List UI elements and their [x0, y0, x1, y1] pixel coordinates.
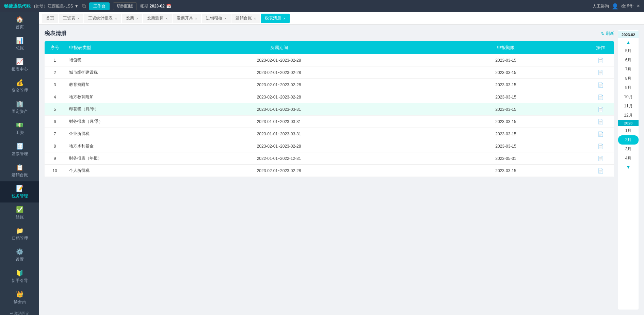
- cell-period: 2023-02-01~2023-02-28: [133, 66, 425, 79]
- invoice-icon: 🧾: [16, 142, 23, 150]
- sidebar-item-purchase[interactable]: 📋 进销台账: [0, 160, 39, 181]
- cell-period: 2023-02-01~2023-02-28: [133, 54, 425, 66]
- month-4[interactable]: 4月: [618, 154, 639, 163]
- sidebar-item-checkout[interactable]: ✅ 结账: [0, 202, 39, 224]
- cell-action[interactable]: 📄: [587, 66, 614, 79]
- cell-action[interactable]: 📄: [587, 128, 614, 140]
- sidebar-label-salary: 工资: [16, 130, 24, 136]
- sidebar-item-salary[interactable]: 💵 工资: [0, 118, 39, 139]
- workbench-button[interactable]: 工作台: [89, 2, 110, 10]
- user-avatar-icon: 👤: [612, 3, 618, 10]
- unpin-button[interactable]: ↩ 取消固定: [0, 308, 39, 315]
- cell-type: 个人所得税: [65, 165, 133, 177]
- cell-no: 1: [45, 54, 65, 66]
- month-8[interactable]: 8月: [618, 74, 639, 83]
- tab-invoice-calc[interactable]: 发票测算 ×: [143, 14, 172, 23]
- month-9[interactable]: 9月: [618, 83, 639, 92]
- sidebar-item-report[interactable]: 📈 报表中心: [0, 55, 39, 76]
- tab-home[interactable]: 首页: [42, 14, 58, 23]
- sidebar-item-invoice[interactable]: 🧾 发票管理: [0, 139, 39, 160]
- sidebar-label-assets: 固定资产: [12, 109, 28, 115]
- cell-type: 增值税: [65, 54, 133, 66]
- table-row: 7 企业所得税 2023-01-01~2023-03-31 2023-03-15…: [45, 128, 614, 140]
- month-1[interactable]: 1月: [618, 126, 639, 135]
- sidebar-item-member[interactable]: 👑 畅会员: [0, 287, 39, 308]
- report-icon: 📈: [16, 58, 23, 65]
- date-panel-down-button[interactable]: ▼: [618, 163, 639, 171]
- cell-deadline: 2023-03-15: [425, 165, 587, 177]
- tab-invoice-close[interactable]: ×: [136, 16, 138, 20]
- month-7[interactable]: 7月: [618, 65, 639, 74]
- sidebar-item-ledger[interactable]: 📊 总账: [0, 33, 39, 55]
- tab-salary-stat-close[interactable]: ×: [115, 16, 117, 20]
- tab-purchase-audit-close[interactable]: ×: [224, 16, 226, 20]
- cell-period: 2023-02-01~2023-02-28: [133, 165, 425, 177]
- cell-action[interactable]: 📄: [587, 54, 614, 66]
- sidebar-item-tax[interactable]: 📝 税务管理: [0, 181, 39, 202]
- tab-salary-stat[interactable]: 工资统计报表 ×: [84, 14, 121, 23]
- cell-action[interactable]: 📄: [587, 103, 614, 116]
- tab-invoice-open-close[interactable]: ×: [195, 16, 197, 20]
- cell-deadline: 2023-05-31: [425, 152, 587, 165]
- action-icon[interactable]: 📄: [598, 144, 603, 149]
- salary-icon: 💵: [16, 121, 23, 129]
- tab-tax-register[interactable]: 税表清册 ×: [261, 14, 289, 23]
- copy-icon: ⧉: [82, 3, 86, 9]
- cell-action[interactable]: 📄: [587, 79, 614, 91]
- company-selector[interactable]: (勿动）江西服皇-LSS ▼: [34, 3, 79, 9]
- capital-icon: 💰: [16, 79, 23, 87]
- sidebar-label-tax: 税务管理: [12, 193, 28, 199]
- tab-purchase-ledger[interactable]: 进销台账 ×: [231, 14, 260, 23]
- cell-no: 3: [45, 79, 65, 91]
- action-icon[interactable]: 📄: [598, 82, 603, 88]
- cell-action[interactable]: 📄: [587, 152, 614, 165]
- tab-invoice-open[interactable]: 发票开具 ×: [173, 14, 201, 23]
- date-panel-up-button[interactable]: ▲: [618, 38, 639, 46]
- action-icon[interactable]: 📄: [598, 168, 603, 174]
- tab-salary[interactable]: 工资表 ×: [59, 14, 83, 23]
- month-12[interactable]: 12月: [618, 111, 639, 120]
- cell-action[interactable]: 📄: [587, 91, 614, 103]
- month-2-active[interactable]: 2月: [618, 135, 639, 145]
- sidebar-item-capital[interactable]: 💰 资金管理: [0, 76, 39, 97]
- sidebar-item-home[interactable]: 🏠 首页: [0, 12, 39, 33]
- cell-type: 地方教育附加: [65, 91, 133, 103]
- tabbar: 首页 工资表 × 工资统计报表 × 发票 × 发票测算 × 发票开具 ×: [39, 12, 644, 25]
- switch-old-button[interactable]: 切到旧版: [113, 2, 137, 10]
- col-header-type: 申报表类型: [65, 41, 133, 54]
- cell-deadline: 2023-03-15: [425, 103, 587, 116]
- cell-action[interactable]: 📄: [587, 140, 614, 152]
- tab-invoice-calc-close[interactable]: ×: [165, 16, 167, 20]
- cell-no: 5: [45, 103, 65, 116]
- sidebar-item-settings[interactable]: ⚙️ 设置: [0, 245, 39, 266]
- cell-no: 2: [45, 66, 65, 79]
- action-icon[interactable]: 📄: [598, 58, 603, 63]
- cell-action[interactable]: 📄: [587, 165, 614, 177]
- action-icon[interactable]: 📄: [598, 94, 603, 100]
- tab-salary-close[interactable]: ×: [77, 16, 79, 20]
- tab-purchase-ledger-close[interactable]: ×: [254, 16, 256, 20]
- month-11[interactable]: 11月: [618, 102, 639, 111]
- sidebar-item-assets[interactable]: 🏢 固定资产: [0, 97, 39, 118]
- sidebar-item-archive[interactable]: 📁 归档管理: [0, 224, 39, 245]
- tab-tax-register-close[interactable]: ×: [283, 16, 285, 20]
- tab-purchase-audit[interactable]: 进销稽核 ×: [202, 14, 230, 23]
- sidebar: 🏠 首页 📊 总账 📈 报表中心 💰 资金管理 🏢 固定资产 💵 工资 🧾 发票…: [0, 12, 39, 315]
- ai-consult-button[interactable]: 人工咨询: [593, 3, 609, 9]
- sidebar-label-ledger: 总账: [16, 45, 24, 51]
- tab-invoice[interactable]: 发票 ×: [122, 14, 142, 23]
- month-3[interactable]: 3月: [618, 145, 639, 154]
- sidebar-item-guide[interactable]: 🔰 新手引导: [0, 266, 39, 287]
- month-5[interactable]: 5月: [618, 46, 639, 56]
- month-10[interactable]: 10月: [618, 92, 639, 102]
- topbar-close-button[interactable]: ×: [637, 3, 640, 9]
- date-panel-header: 2023.02: [618, 31, 639, 38]
- cell-action[interactable]: 📄: [587, 116, 614, 128]
- action-icon[interactable]: 📄: [598, 107, 603, 112]
- action-icon[interactable]: 📄: [598, 70, 603, 75]
- action-icon[interactable]: 📄: [598, 131, 603, 137]
- action-icon[interactable]: 📄: [598, 119, 603, 124]
- month-6[interactable]: 6月: [618, 56, 639, 65]
- action-icon[interactable]: 📄: [598, 156, 603, 161]
- refresh-button[interactable]: ↻ 刷新: [601, 31, 614, 36]
